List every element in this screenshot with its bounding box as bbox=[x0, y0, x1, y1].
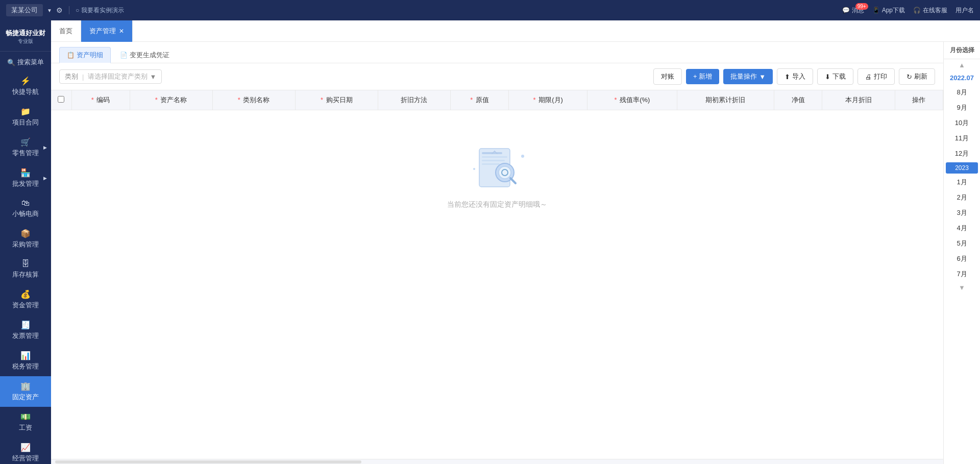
refresh-button[interactable]: ↻ 刷新 bbox=[899, 68, 935, 85]
svg-point-6 bbox=[499, 166, 511, 179]
top-bar-left: 某某公司 ▼ ⚙ ○ 我要看实例演示 bbox=[6, 4, 842, 16]
sidebar-item-invoice[interactable]: 🧾 发票管理 bbox=[0, 315, 51, 346]
month-item-selected[interactable]: 2022.07 bbox=[944, 71, 980, 85]
batch-dropdown-icon: ▼ bbox=[759, 73, 766, 81]
month-item-sep[interactable]: 9月 bbox=[944, 100, 980, 115]
sidebar-item-tax[interactable]: 📊 税务管理 bbox=[0, 346, 51, 376]
month-item-nov[interactable]: 11月 bbox=[944, 131, 980, 146]
month-panel-title: 月份选择 bbox=[944, 42, 980, 59]
month-nav-down[interactable]: ▼ bbox=[944, 282, 980, 294]
month-item-mar[interactable]: 3月 bbox=[944, 205, 980, 221]
tab-home[interactable]: 首页 bbox=[51, 20, 81, 42]
sidebar-item-retail[interactable]: 🛒 零售管理 ▶ bbox=[0, 132, 51, 163]
ecommerce-icon: 🛍 bbox=[21, 199, 30, 208]
print-icon: 🖨 bbox=[865, 73, 872, 81]
sub-tab-change-voucher[interactable]: 📄 变更生成凭证 bbox=[113, 47, 177, 63]
sidebar-item-quick-nav[interactable]: ⚡ 快捷导航 bbox=[0, 71, 51, 102]
download-icon: ⬇ bbox=[825, 73, 830, 81]
sub-tab-asset-detail[interactable]: 📋 资产明细 bbox=[59, 47, 111, 63]
invoice-icon: 🧾 bbox=[20, 320, 31, 330]
demo-link[interactable]: ○ 我要看实例演示 bbox=[76, 6, 124, 15]
search-menu-button[interactable]: 🔍 搜索菜单 bbox=[0, 54, 51, 71]
management-icon: 📈 bbox=[20, 443, 31, 452]
month-item-may[interactable]: 5月 bbox=[944, 236, 980, 251]
sidebar-item-fixed-assets[interactable]: 🏢 固定资产 bbox=[0, 376, 51, 407]
online-service-button[interactable]: 🎧 在线客服 bbox=[913, 6, 947, 15]
sidebar-logo: 畅捷通好业财 专业版 bbox=[0, 25, 51, 52]
th-code: * 编码 bbox=[71, 90, 130, 110]
sidebar: 畅捷通好业财 专业版 🔍 搜索菜单 ⚡ 快捷导航 📁 项目合同 🛒 零售管理 ▶… bbox=[0, 20, 51, 464]
table-header-row: * 编码 * 资产名称 * 类别名称 bbox=[51, 90, 943, 110]
sidebar-item-wholesale[interactable]: 🏪 批发管理 ▶ bbox=[0, 163, 51, 193]
month-item-dec[interactable]: 12月 bbox=[944, 146, 980, 161]
message-button[interactable]: 💬 消息 99+ bbox=[842, 6, 864, 15]
message-icon: 💬 bbox=[842, 7, 850, 14]
print-button[interactable]: 🖨 打印 bbox=[857, 68, 895, 85]
arrow-icon: ▶ bbox=[43, 176, 47, 181]
filter-divider: | bbox=[82, 73, 84, 81]
message-badge: 99+ bbox=[855, 3, 868, 10]
app-download-button[interactable]: 📱 App下载 bbox=[872, 6, 905, 15]
settings-icon[interactable]: ⚙ bbox=[56, 6, 63, 14]
fixed-assets-icon: 🏢 bbox=[20, 381, 31, 391]
batch-button[interactable]: 批量操作 ▼ bbox=[723, 69, 773, 84]
svg-rect-2 bbox=[482, 156, 507, 158]
company-name[interactable]: 某某公司 bbox=[6, 4, 43, 16]
import-button[interactable]: ⬆ 导入 bbox=[777, 68, 813, 85]
empty-state-illustration bbox=[467, 141, 528, 192]
content-area: 首页 资产管理 ✕ 📋 资产明细 📄 变更生成凭证 bbox=[51, 20, 980, 464]
sidebar-item-purchase[interactable]: 📦 采购管理 bbox=[0, 224, 51, 254]
filter-dropdown-icon: ▼ bbox=[150, 73, 156, 81]
top-bar-right: 💬 消息 99+ 📱 App下载 🎧 在线客服 用户名 bbox=[842, 6, 974, 15]
main-panel: 📋 资产明细 📄 变更生成凭证 类别 | 请选择固定资产类别 ▼ bbox=[51, 42, 943, 464]
download-button[interactable]: ⬇ 下载 bbox=[817, 68, 853, 85]
month-item-jan[interactable]: 1月 bbox=[944, 175, 980, 190]
user-name[interactable]: 用户名 bbox=[955, 6, 974, 15]
search-icon: 🔍 bbox=[7, 59, 15, 66]
th-residual-rate: * 残值率(%) bbox=[587, 90, 677, 110]
th-depreciation-method: 折旧方法 bbox=[378, 90, 450, 110]
svg-point-11 bbox=[521, 155, 524, 158]
select-all-checkbox[interactable] bbox=[58, 96, 64, 103]
assets-table: * 编码 * 资产名称 * 类别名称 bbox=[51, 90, 943, 110]
sidebar-item-finance[interactable]: 💰 资金管理 bbox=[0, 284, 51, 315]
top-bar: 某某公司 ▼ ⚙ ○ 我要看实例演示 💬 消息 99+ 📱 App下载 🎧 在线… bbox=[0, 0, 980, 20]
svg-rect-4 bbox=[482, 163, 500, 165]
tab-asset-mgmt[interactable]: 资产管理 ✕ bbox=[81, 20, 133, 42]
retail-icon: 🛒 bbox=[20, 137, 31, 147]
main-layout: 畅捷通好业财 专业版 🔍 搜索菜单 ⚡ 快捷导航 📁 项目合同 🛒 零售管理 ▶… bbox=[0, 20, 980, 464]
change-voucher-icon: 📄 bbox=[120, 52, 128, 59]
sidebar-item-ecommerce[interactable]: 🛍 小畅电商 bbox=[0, 193, 51, 224]
app-name: 畅捷通好业财 bbox=[4, 29, 47, 38]
month-item-apr[interactable]: 4月 bbox=[944, 221, 980, 236]
month-nav-up[interactable]: ▲ bbox=[944, 59, 980, 71]
sidebar-item-inventory[interactable]: 🗄 库存核算 bbox=[0, 254, 51, 284]
bottom-scrollbar[interactable] bbox=[51, 459, 943, 464]
sidebar-item-project[interactable]: 📁 项目合同 bbox=[0, 102, 51, 132]
year-badge-2023: 2023 bbox=[946, 162, 978, 174]
app-edition: 专业版 bbox=[4, 38, 47, 45]
quick-nav-icon: ⚡ bbox=[20, 76, 31, 86]
svg-rect-3 bbox=[482, 160, 505, 161]
finance-icon: 💰 bbox=[20, 289, 31, 299]
company-dropdown-icon[interactable]: ▼ bbox=[47, 8, 52, 13]
tab-close-icon[interactable]: ✕ bbox=[119, 28, 124, 35]
category-filter[interactable]: 类别 | 请选择固定资产类别 ▼ bbox=[59, 69, 162, 84]
month-item-aug[interactable]: 8月 bbox=[944, 85, 980, 100]
month-item-feb[interactable]: 2月 bbox=[944, 190, 980, 205]
th-term: * 期限(月) bbox=[509, 90, 587, 110]
add-button[interactable]: + 新增 bbox=[686, 69, 719, 84]
month-item-jul[interactable]: 7月 bbox=[944, 266, 980, 282]
sidebar-item-salary[interactable]: 💵 工资 bbox=[0, 407, 51, 437]
filter-placeholder: 请选择固定资产类别 bbox=[88, 72, 148, 81]
reconcile-button[interactable]: 对账 bbox=[653, 68, 682, 85]
month-item-jun[interactable]: 6月 bbox=[944, 251, 980, 266]
salary-icon: 💵 bbox=[20, 412, 31, 422]
tax-icon: 📊 bbox=[20, 351, 31, 360]
th-original-value: * 原值 bbox=[451, 90, 509, 110]
month-item-oct[interactable]: 10月 bbox=[944, 115, 980, 131]
asset-detail-icon: 📋 bbox=[67, 52, 75, 59]
wholesale-icon: 🏪 bbox=[20, 168, 31, 178]
sidebar-item-management[interactable]: 📈 经营管理 bbox=[0, 437, 51, 464]
tab-bar: 首页 资产管理 ✕ bbox=[51, 20, 980, 42]
